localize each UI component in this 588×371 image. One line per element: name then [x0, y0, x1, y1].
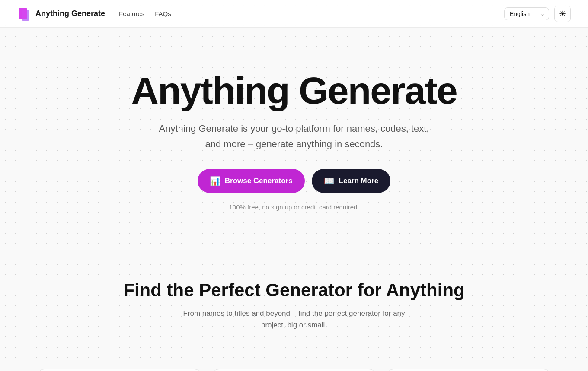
- hero-note: 100% free, no sign up or credit card req…: [229, 203, 359, 211]
- features-section: Find the Perfect Generator for Anything …: [0, 245, 588, 369]
- browse-generators-button[interactable]: 📊 Browse Generators: [198, 169, 305, 193]
- hero-section: Anything Generate Anything Generate is y…: [0, 28, 588, 245]
- browse-generators-label: Browse Generators: [225, 177, 293, 185]
- language-selector-wrap: English Español Français Deutsch 中文 ⌄: [504, 7, 549, 20]
- card-3: [387, 369, 551, 371]
- hero-subtitle: Anything Generate is your go-to platform…: [156, 121, 432, 151]
- learn-icon: 📖: [324, 176, 335, 186]
- sun-icon: ☀: [559, 9, 566, 19]
- theme-toggle-button[interactable]: ☀: [554, 6, 571, 22]
- nav-features[interactable]: Features: [119, 10, 144, 17]
- logo-text: Anything Generate: [35, 9, 105, 18]
- learn-more-button[interactable]: 📖 Learn More: [312, 169, 391, 193]
- language-select[interactable]: English Español Français Deutsch 中文: [504, 7, 549, 20]
- navbar-left: Anything Generate Features FAQs: [17, 7, 171, 21]
- card-1: [37, 369, 201, 371]
- card-2: [212, 369, 376, 371]
- svg-rect-2: [19, 8, 27, 19]
- learn-more-label: Learn More: [339, 177, 379, 185]
- navbar-right: English Español Français Deutsch 中文 ⌄ ☀: [504, 6, 571, 22]
- cards-row: [0, 369, 588, 371]
- hero-buttons: 📊 Browse Generators 📖 Learn More: [198, 169, 390, 193]
- logo-icon: [17, 7, 31, 21]
- browse-icon: 📊: [210, 176, 220, 186]
- section-subtitle: From names to titles and beyond – find t…: [177, 308, 411, 331]
- logo-link[interactable]: Anything Generate: [17, 7, 105, 21]
- section-title: Find the Perfect Generator for Anything: [17, 280, 571, 301]
- nav-faqs[interactable]: FAQs: [155, 10, 171, 17]
- navbar: Anything Generate Features FAQs English …: [0, 0, 588, 28]
- hero-title: Anything Generate: [131, 71, 457, 111]
- nav-links: Features FAQs: [119, 10, 171, 17]
